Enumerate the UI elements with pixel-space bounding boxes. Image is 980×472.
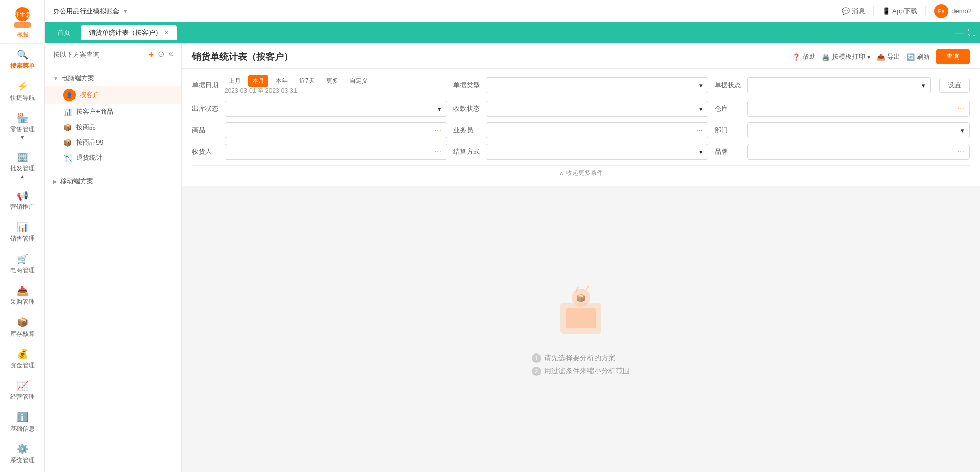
order-status-input[interactable]: ▾	[747, 77, 931, 93]
collapse-label: ∧ 收起更多条件	[559, 169, 603, 177]
sidebar-item-inventory-label: 库存核算	[10, 329, 35, 338]
date-range: 2023-03-01 至 2023-03-31	[225, 87, 447, 96]
receiver-input[interactable]: ···	[225, 144, 447, 160]
msg-btn[interactable]: 💬 消息	[842, 7, 865, 16]
app-download-btn[interactable]: 📱 App下载	[882, 7, 917, 16]
ecommerce-icon: 🛒	[17, 253, 28, 265]
collapse-panel-btn[interactable]: «	[168, 49, 173, 60]
scheme-item-customer-goods[interactable]: 📊 按客户+商品	[45, 104, 181, 120]
scheme-item-by-goods99[interactable]: 📦 按商品99	[45, 135, 181, 150]
by-goods-icon: 📦	[63, 123, 72, 131]
tab-active[interactable]: 销货单统计表（按客户） ×	[81, 25, 177, 40]
dept-input[interactable]: ▾	[747, 122, 970, 138]
expand-icon[interactable]: ⛶	[968, 28, 976, 37]
out-status-dropdown-icon: ▾	[438, 105, 442, 113]
date-btn-thisyear[interactable]: 本年	[272, 75, 292, 87]
order-type-input[interactable]: ▾	[486, 77, 708, 93]
hint-num-1: 1	[532, 353, 541, 363]
receiver-dots[interactable]: ···	[435, 147, 442, 156]
filter-receive-status: 收款状态 ▾	[453, 101, 708, 117]
dept-dropdown-icon: ▾	[961, 127, 964, 134]
minimize-icon[interactable]: —	[955, 28, 964, 37]
main-area: 办公用品行业模拟账套 ▾ 💬 消息 📱 App下载 Ea demo2	[45, 0, 980, 472]
query-button[interactable]: 查询	[936, 49, 970, 64]
add-scheme-btn[interactable]: +	[149, 49, 154, 60]
empty-hint-1: 1 请先选择要分析的方案	[532, 353, 630, 363]
date-btn-7days[interactable]: 近7天	[295, 75, 319, 87]
sidebar-item-search[interactable]: 🔍 搜索菜单	[0, 44, 44, 76]
settings-scheme-btn[interactable]: ⊙	[158, 49, 164, 60]
hint-num-2: 2	[532, 367, 541, 376]
goods-input[interactable]: ···	[225, 122, 447, 138]
sidebar-item-ecommerce[interactable]: 🛒 电商管理	[0, 248, 44, 280]
sidebar-item-inventory[interactable]: 📦 库存核算	[0, 312, 44, 343]
sidebar-item-operations[interactable]: 📈 经营管理	[0, 375, 44, 407]
out-status-label: 出库状态	[192, 104, 220, 113]
divider1	[873, 6, 874, 16]
warehouse-input[interactable]: ···	[747, 101, 970, 117]
sidebar-item-purchase-label: 采购管理	[10, 298, 35, 306]
scheme-group-desktop-header[interactable]: ▼ 电脑端方案	[45, 70, 181, 86]
refresh-btn[interactable]: 🔄 刷新	[906, 52, 930, 61]
print-dropdown-icon: ▾	[867, 53, 871, 61]
topbar-dropdown-icon[interactable]: ▾	[124, 7, 127, 15]
filter-salesperson: 业务员 ···	[453, 122, 708, 138]
page-title: 销货单统计表（按客户）	[192, 51, 293, 63]
system-icon: ⚙️	[17, 443, 28, 455]
scheme-item-by-customer[interactable]: 👤 按客户	[45, 86, 181, 104]
date-btn-custom[interactable]: 自定义	[346, 75, 372, 87]
set-button[interactable]: 设置	[939, 78, 970, 93]
sidebar-item-retail-label: 零售管理	[10, 125, 35, 134]
by-goods99-icon: 📦	[63, 138, 72, 147]
sidebar-item-finance[interactable]: 💰 资金管理	[0, 343, 44, 375]
logo-text: 标腿	[17, 31, 28, 38]
receive-status-input[interactable]: ▾	[486, 101, 708, 117]
sidebar-item-sales[interactable]: 📊 销售管理	[0, 217, 44, 248]
help-btn[interactable]: ❓ 帮助	[792, 52, 816, 61]
purchase-icon: 📥	[17, 285, 28, 296]
payment-dropdown-icon: ▾	[699, 148, 703, 156]
date-btn-thismonth[interactable]: 本月	[248, 75, 268, 87]
date-btn-lastmonth[interactable]: 上月	[225, 75, 245, 87]
salesperson-dots[interactable]: ···	[696, 126, 703, 135]
sidebar-item-basicinfo[interactable]: ℹ️ 基础信息	[0, 407, 44, 438]
desktop-group-label: 电脑端方案	[61, 74, 94, 83]
collapse-bar[interactable]: ∧ 收起更多条件	[192, 165, 970, 180]
app-download-label: App下载	[892, 7, 917, 16]
scheme-item-by-goods[interactable]: 📦 按商品	[45, 120, 181, 135]
return-stats-icon: 📉	[63, 154, 72, 162]
sidebar-item-purchase[interactable]: 📥 采购管理	[0, 280, 44, 312]
sidebar-item-wholesale[interactable]: 🏢 批发管理 ▴	[0, 146, 44, 185]
warehouse-dots[interactable]: ···	[958, 104, 964, 113]
tab-home[interactable]: 首页	[49, 25, 79, 40]
user-btn[interactable]: Ea demo2	[934, 4, 972, 18]
scheme-item-return-stats[interactable]: 📉 退货统计	[45, 150, 181, 166]
filter-date: 单据日期 上月 本月 本年 近7天 更多 自定义 2023-03-01 至 20…	[192, 75, 447, 96]
export-btn[interactable]: 📤 导出	[877, 52, 900, 61]
goods-dots[interactable]: ···	[435, 126, 442, 135]
sidebar-item-basicinfo-label: 基础信息	[10, 424, 35, 433]
desktop-group-arrow: ▼	[53, 76, 58, 81]
empty-hint-2: 2 用过滤条件来缩小分析范围	[532, 367, 630, 376]
sidebar-item-marketing[interactable]: 📢 营销推广	[0, 185, 44, 217]
sidebar-item-system[interactable]: ⚙️ 系统管理	[0, 438, 44, 470]
sidebar-item-retail[interactable]: 🏪 零售管理 ▾	[0, 107, 44, 146]
sidebar-item-enterprise[interactable]: 🤝 企业协同	[0, 470, 44, 472]
filter-order-type: 单据类型 ▾	[453, 77, 708, 93]
payment-input[interactable]: ▾	[486, 144, 708, 160]
out-status-input[interactable]: ▾	[225, 101, 447, 117]
left-panel-header: 按以下方案查询 + ⊙ «	[45, 43, 181, 66]
order-type-label: 单据类型	[453, 81, 482, 90]
sidebar-item-search-label: 搜索菜单	[10, 62, 35, 70]
left-panel: 按以下方案查询 + ⊙ « ▼ 电脑端方案 👤 按客户 📊	[45, 43, 182, 472]
tab-close-btn[interactable]: ×	[165, 29, 168, 36]
brand-dots[interactable]: ···	[958, 147, 964, 156]
scheme-group-mobile-header[interactable]: ▶ 移动端方案	[45, 174, 181, 189]
date-btn-more[interactable]: 更多	[322, 75, 342, 87]
filter-order-status: 单据状态 ▾ 设置	[715, 77, 970, 93]
print-btn[interactable]: 🖨️ 按模板打印 ▾	[822, 52, 871, 61]
dept-label: 部门	[715, 126, 743, 135]
brand-input[interactable]: ···	[747, 144, 970, 160]
salesperson-input[interactable]: ···	[486, 122, 708, 138]
sidebar-item-quicknav[interactable]: ⚡ 快捷导航	[0, 76, 44, 107]
